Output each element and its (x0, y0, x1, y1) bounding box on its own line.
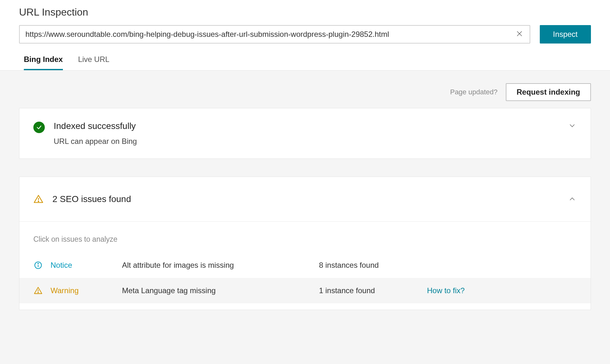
seo-issues-title: 2 SEO issues found (52, 194, 568, 204)
info-circle-icon (33, 260, 43, 270)
seo-issues-card: 2 SEO issues found Click on issues to an… (19, 177, 591, 310)
seo-issues-body: Click on issues to analyze Notice Alt at… (19, 222, 591, 303)
inspect-button[interactable]: Inspect (540, 25, 591, 44)
chevron-down-icon (568, 121, 577, 130)
request-indexing-button[interactable]: Request indexing (506, 83, 591, 101)
tab-bar: Bing Index Live URL (19, 55, 591, 70)
index-status-title: Indexed successfully (54, 121, 568, 131)
svg-point-8 (38, 292, 38, 293)
svg-point-3 (38, 201, 39, 202)
index-status-subtitle: URL can appear on Bing (54, 137, 568, 146)
issue-count: 1 instance found (319, 286, 427, 295)
url-input-container (19, 25, 530, 44)
issue-description: Meta Language tag missing (122, 286, 319, 295)
issue-row-notice[interactable]: Notice Alt attribute for images is missi… (19, 253, 591, 278)
issue-level-label: Notice (51, 261, 122, 270)
seo-issues-header[interactable]: 2 SEO issues found (19, 177, 591, 222)
issue-description: Alt attribute for images is missing (122, 261, 319, 270)
issue-fix-link[interactable]: How to fix? (427, 286, 465, 295)
url-input[interactable] (25, 30, 515, 39)
clear-input-button[interactable] (515, 30, 524, 39)
page-title: URL Inspection (19, 6, 591, 18)
actions-row: Page updated? Request indexing (19, 83, 591, 101)
tab-live-url[interactable]: Live URL (78, 55, 110, 70)
tab-bing-index[interactable]: Bing Index (24, 55, 63, 70)
close-icon (516, 30, 523, 38)
chevron-up-icon (568, 195, 577, 204)
index-status-header[interactable]: Indexed successfully URL can appear on B… (19, 108, 591, 158)
success-check-icon (33, 122, 45, 133)
issue-row-warning[interactable]: Warning Meta Language tag missing 1 inst… (19, 278, 591, 303)
page-updated-label: Page updated? (450, 88, 498, 96)
issue-level-label: Warning (51, 286, 122, 295)
index-status-card: Indexed successfully URL can appear on B… (19, 108, 591, 159)
warning-triangle-icon (33, 194, 44, 204)
seo-issues-hint: Click on issues to analyze (19, 235, 591, 253)
warning-triangle-icon (33, 286, 43, 295)
url-inspection-row: Inspect (19, 25, 591, 44)
svg-point-6 (38, 263, 38, 264)
issue-count: 8 instances found (319, 261, 427, 270)
